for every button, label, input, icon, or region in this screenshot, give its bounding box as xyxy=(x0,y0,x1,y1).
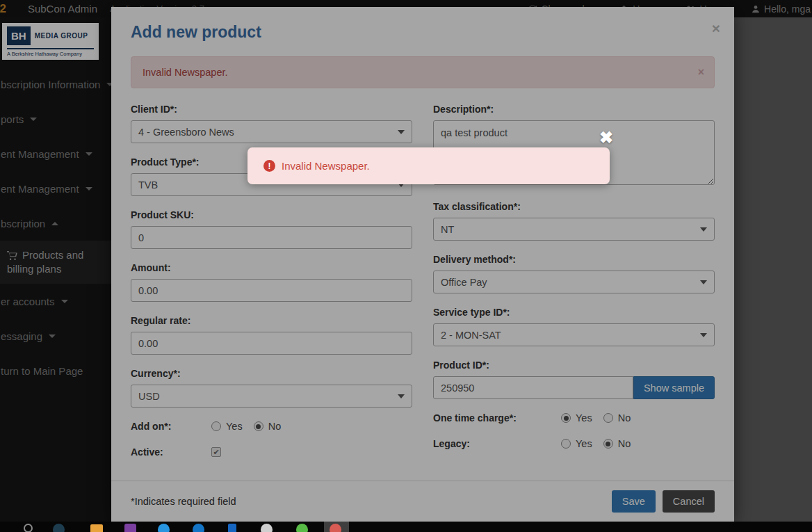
store-app-icon[interactable] xyxy=(124,524,136,532)
twitter-app-icon[interactable] xyxy=(158,524,170,532)
file-explorer-icon[interactable] xyxy=(90,524,103,532)
error-toast: ! Invalid Newspaper. ✖ xyxy=(247,147,610,184)
blue-app-icon[interactable] xyxy=(228,524,236,532)
active-app-icon[interactable] xyxy=(330,524,341,532)
os-taskbar xyxy=(0,522,812,532)
dim-overlay xyxy=(0,0,812,522)
skype-app-icon[interactable] xyxy=(193,524,204,532)
pinned-app-icon[interactable] xyxy=(53,524,65,532)
toast-message: Invalid Newspaper. xyxy=(282,160,370,172)
globe-app-icon[interactable] xyxy=(261,524,273,532)
tray-app-icon[interactable] xyxy=(24,524,33,532)
green-app-icon[interactable] xyxy=(296,524,308,532)
error-icon: ! xyxy=(263,160,275,172)
toast-close-button[interactable]: ✖ xyxy=(599,129,613,146)
